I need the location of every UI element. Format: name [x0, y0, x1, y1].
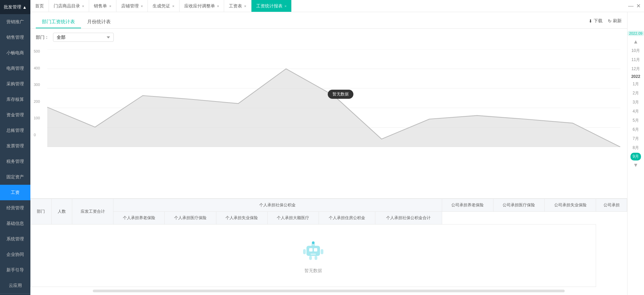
tab-payslip-close[interactable]: × — [244, 4, 246, 8]
empty-row: 暂无数据 — [31, 225, 627, 287]
tab-store-products-close[interactable]: × — [82, 4, 84, 8]
toolbar-actions: ⬇ 下载 ↻ 刷新 — [589, 18, 622, 27]
tab-payroll-report-close[interactable]: × — [285, 4, 287, 8]
sidebar-item-finance[interactable]: 资金管理 — [0, 107, 30, 123]
tab-store-mgmt-close[interactable]: × — [141, 4, 143, 8]
timeline-month-8[interactable]: 8月 — [627, 143, 644, 152]
timeline-year-2022: 2022 — [631, 73, 640, 80]
tab-voucher[interactable]: 生成凭证 × — [148, 0, 179, 12]
sidebar: 批发管理 ▲ 营销推广 销售管理 小畅电商 电商管理 采购管理 库存核算 资金管… — [0, 0, 30, 295]
col-personal-total: 个人承担社保公积金合计 — [375, 212, 442, 225]
tab-payslip-label: 工资表 — [229, 3, 242, 9]
sidebar-item-basic[interactable]: 基础信息 — [0, 216, 30, 231]
sidebar-item-system[interactable]: 系统管理 — [0, 231, 30, 247]
col-company-pension: 公司承担养老保险 — [442, 199, 493, 212]
svg-rect-16 — [315, 256, 317, 260]
tab-sales-label: 销售单 — [94, 3, 107, 9]
sidebar-item-guide[interactable]: 新手引导 — [0, 262, 30, 278]
tab-sales[interactable]: 销售单 × — [89, 0, 116, 12]
sidebar-item-operations[interactable]: 经营管理 — [0, 200, 30, 216]
sub-tab-bar: 部门工资统计表 月份统计表 ⬇ 下载 ↻ 刷新 — [30, 12, 627, 29]
col-personal-medical: 个人承担医疗保险 — [165, 212, 216, 225]
svg-point-12 — [312, 241, 315, 244]
timeline-month-4[interactable]: 4月 — [627, 107, 644, 116]
table-scrollbar[interactable] — [93, 290, 565, 292]
tab-ar-ap-label: 应收应付调整单 — [184, 3, 215, 9]
sidebar-settings[interactable]: ⚙ — [0, 293, 30, 295]
y-label-100: 100 — [34, 116, 40, 120]
sidebar-item-tax[interactable]: 税务管理 — [0, 154, 30, 169]
timeline-month-12[interactable]: 12月 — [627, 64, 644, 73]
tab-store-products-label: 门店商品目录 — [54, 3, 80, 9]
sidebar-item-sales[interactable]: 销售管理 — [0, 30, 30, 45]
refresh-button[interactable]: ↻ 刷新 — [608, 18, 622, 24]
page-content: 部门工资统计表 月份统计表 ⬇ 下载 ↻ 刷新 — [30, 12, 627, 295]
svg-rect-15 — [309, 256, 312, 260]
col-personal-major-medical: 个人承担大额医疗 — [267, 212, 319, 225]
timeline-nav-up[interactable] — [633, 37, 639, 46]
tab-store-mgmt[interactable]: 店铺管理 × — [116, 0, 148, 12]
svg-rect-9 — [314, 248, 317, 252]
timeline-month-2[interactable]: 2月 — [627, 89, 644, 98]
timeline-month-6[interactable]: 6月 — [627, 125, 644, 134]
sidebar-item-ecom[interactable]: 电商管理 — [0, 61, 30, 76]
robot-icon — [300, 237, 327, 264]
timeline-month-7[interactable]: 7月 — [627, 134, 644, 143]
col-company-other: 公司承担 — [596, 199, 627, 212]
chart-svg — [47, 49, 620, 147]
sidebar-item-collab[interactable]: 企业协同 — [0, 247, 30, 262]
download-icon: ⬇ — [589, 19, 592, 24]
col-personal-pension: 个人承担养老保险 — [113, 212, 165, 225]
sidebar-item-cloud[interactable]: 云应用 — [0, 278, 30, 293]
tab-ar-ap-close[interactable]: × — [217, 4, 219, 8]
tab-sales-close[interactable]: × — [109, 4, 111, 8]
svg-rect-8 — [309, 248, 313, 252]
timeline-month-11[interactable]: 11月 — [627, 55, 644, 64]
col-company-unemployment: 公司承担失业保险 — [544, 199, 596, 212]
tab-store-products[interactable]: 门店商品目录 × — [49, 0, 89, 12]
filter-dept-select[interactable]: 全部 — [53, 33, 114, 42]
tab-payroll-report[interactable]: 工资统计报表 × — [251, 0, 292, 12]
window-close-icon[interactable]: ✕ — [636, 3, 641, 9]
sidebar-header[interactable]: 批发管理 ▲ — [0, 0, 30, 14]
sidebar-item-purchase[interactable]: 采购管理 — [0, 76, 30, 92]
refresh-icon: ↻ — [608, 19, 612, 24]
timeline-nav-down[interactable] — [633, 161, 639, 170]
tab-store-mgmt-label: 店铺管理 — [121, 3, 139, 9]
sub-tab-dept[interactable]: 部门工资统计表 — [36, 16, 81, 28]
timeline-month-9[interactable]: 9月 — [630, 153, 641, 160]
sidebar-item-ledger[interactable]: 总账管理 — [0, 123, 30, 138]
minimize-icon[interactable]: — — [628, 3, 634, 9]
tab-payslip[interactable]: 工资表 × — [224, 0, 251, 12]
sidebar-item-ecom-small[interactable]: 小畅电商 — [0, 45, 30, 61]
sub-tabs-left: 部门工资统计表 月份统计表 — [36, 16, 117, 28]
sidebar-item-inventory[interactable]: 库存核算 — [0, 92, 30, 107]
download-button[interactable]: ⬇ 下载 — [589, 18, 602, 24]
col-count: 人数 — [51, 199, 72, 225]
chart-area: 500 400 300 200 100 0 — [30, 46, 627, 198]
timeline-current-badge[interactable]: 2022.09 — [627, 31, 644, 36]
tab-voucher-close[interactable]: × — [172, 4, 174, 8]
col-personal-housing: 个人承担住房公积金 — [319, 212, 375, 225]
sidebar-collapse-icon[interactable]: ▲ — [23, 5, 27, 10]
timeline-month-1[interactable]: 1月 — [627, 80, 644, 89]
tab-home[interactable]: 首页 — [30, 0, 49, 12]
col-dept: 部门 — [31, 199, 52, 225]
timeline-month-10[interactable]: 10月 — [627, 46, 644, 55]
tab-home-label: 首页 — [35, 3, 44, 9]
y-label-300: 300 — [34, 83, 40, 87]
tab-ar-ap[interactable]: 应收应付调整单 × — [180, 0, 224, 12]
timeline-month-3[interactable]: 3月 — [627, 98, 644, 107]
sidebar-item-marketing[interactable]: 营销推广 — [0, 14, 30, 30]
sidebar-title: 批发管理 — [4, 4, 21, 10]
col-personal-unemployment: 个人承担失业保险 — [216, 212, 267, 225]
filter-dept-label: 部门： — [36, 34, 49, 40]
sidebar-item-invoice[interactable]: 发票管理 — [0, 138, 30, 154]
sub-tab-monthly[interactable]: 月份统计表 — [81, 16, 117, 28]
sidebar-item-payroll[interactable]: 工资 — [0, 185, 30, 200]
tab-bar-controls: — ✕ — [625, 3, 644, 9]
timeline-month-5[interactable]: 5月 — [627, 116, 644, 125]
main-area: 首页 门店商品目录 × 销售单 × 店铺管理 × 生成凭证 × 应收应付调整单 … — [30, 0, 644, 295]
sidebar-item-assets[interactable]: 固定资产 — [0, 169, 30, 185]
empty-label: 暂无数据 — [304, 268, 322, 274]
